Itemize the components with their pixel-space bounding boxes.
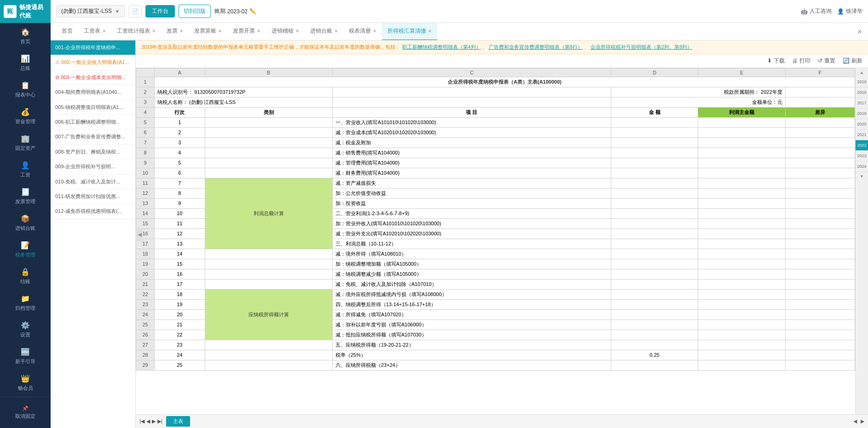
amt-12 xyxy=(611,188,698,198)
tab-salary-stats[interactable]: 工资统计报表 ✕ xyxy=(111,23,161,40)
sidebar-item-close[interactable]: 🔒 结账 xyxy=(0,263,51,290)
timeline-2020[interactable]: 2020 xyxy=(856,119,868,130)
warning-link-1[interactable]: 职工薪酬纳税调整明细表（第4列） xyxy=(402,44,481,50)
timeline-2017[interactable]: 2017 xyxy=(856,98,868,108)
timeline-2016[interactable]: 2016 xyxy=(856,87,868,98)
warning-link-3[interactable]: 企业所得税税补亏损明细表（第2列、第8列） xyxy=(590,44,692,50)
tab-purchase-check-close[interactable]: ✕ xyxy=(295,29,299,34)
currency-cell: 金额单位：元 xyxy=(611,97,785,107)
sidebar-item-salary[interactable]: 👤 工资 xyxy=(0,156,51,183)
timeline-scroll-up[interactable]: ▲ xyxy=(858,68,866,77)
ai-consult-button[interactable]: 🤖 人工咨询 xyxy=(801,7,832,15)
row-num-9: 9 xyxy=(136,158,155,168)
nav-next-icon[interactable]: ▶ xyxy=(152,418,156,424)
sidebar-item-member[interactable]: 👑 畅会员 xyxy=(0,370,51,396)
app-logo: 账 畅捷通易代账 xyxy=(0,0,51,23)
sidebar-item-assets[interactable]: 💰 资金管理 xyxy=(0,103,51,130)
tab-tax-clear[interactable]: 税表清册 ✕ xyxy=(343,23,382,40)
app-name: 畅捷通易代账 xyxy=(19,3,47,20)
col-header-c: C xyxy=(332,68,611,77)
sidebar-item-newguide[interactable]: 🆕 新手引导 xyxy=(0,343,51,370)
diff-14 xyxy=(785,208,855,218)
empty-cell-2c xyxy=(332,87,611,97)
company-icon-button[interactable]: 📄 xyxy=(129,5,142,18)
list-item-010[interactable]: 010-免税、减计收入及加计... xyxy=(51,175,135,189)
timeline-2021[interactable]: 2021 xyxy=(856,130,868,140)
timeline-2018[interactable]: 2018 xyxy=(856,108,868,119)
tab-invoice[interactable]: 发票 ✕ xyxy=(161,23,189,40)
tab-invoice-close[interactable]: ✕ xyxy=(179,29,183,34)
nav-last-icon[interactable]: ▶| xyxy=(157,418,162,424)
warning-link-2[interactable]: 广告费和业务宣传费调整明细表（第8行） xyxy=(489,44,583,50)
sidebar-label-archive: 归档管理 xyxy=(15,305,35,312)
sidebar-item-tax[interactable]: 📝 税务管理 xyxy=(0,236,51,263)
sidebar-item-ledger[interactable]: 📊 总账 xyxy=(0,50,51,76)
sidebar-item-invoice[interactable]: 🧾 发票管理 xyxy=(0,183,51,210)
list-item-006[interactable]: 006-职工薪酬纳税调整明细... xyxy=(51,115,135,130)
download-button[interactable]: ⬇ 下载 xyxy=(767,57,785,65)
old-version-button[interactable]: 切到旧版 xyxy=(179,5,211,18)
print-button[interactable]: 🖨 打印 xyxy=(792,57,810,65)
seq-29: 25 xyxy=(155,360,205,370)
period-edit-icon[interactable]: ✏️ xyxy=(249,8,256,15)
tabbar-close-all[interactable]: ✕ xyxy=(857,28,862,35)
table-row: 6 2 减：营业成本(填写A102010\102020\103000) xyxy=(136,127,855,137)
amt-5 xyxy=(611,117,698,127)
list-item-003[interactable]: ⊘ 003-一般企业成本支出明细... xyxy=(51,70,135,85)
cancel-pin-button[interactable]: 📌 取消固定 xyxy=(2,402,49,423)
list-item-002[interactable]: ⚠ 002-一般企业收入明细表(A1... xyxy=(51,55,135,70)
workbench-button[interactable]: 工作台 xyxy=(145,5,175,17)
panel-collapse-button[interactable]: ◀ xyxy=(136,228,143,241)
reset-button[interactable]: ↺ 重置 xyxy=(818,57,835,65)
sidebar-item-reports[interactable]: 📋 报表中心 xyxy=(0,76,51,103)
timeline-scroll-down[interactable]: ▼ xyxy=(858,172,866,181)
sheet-tab-main[interactable]: 主表 xyxy=(166,416,190,427)
bottom-scroll-left[interactable]: ◀ xyxy=(853,418,857,424)
list-item-012[interactable]: 012-减免所得税优惠明细表(... xyxy=(51,204,135,219)
download-label: 下载 xyxy=(774,57,785,65)
nav-first-icon[interactable]: |◀ xyxy=(139,418,145,424)
list-item-011[interactable]: 011-研发费用加计扣除优惠... xyxy=(51,189,135,204)
tab-invoice-open-label: 发票开票 xyxy=(233,27,255,35)
tab-income-tax[interactable]: 所得税汇算清缴 ✕ xyxy=(382,23,437,40)
sidebar-item-purchase[interactable]: 📦 进销台账 xyxy=(0,210,51,236)
tab-invoice-open[interactable]: 发票开票 ✕ xyxy=(227,23,266,40)
timeline-2024[interactable]: 2024 xyxy=(856,161,868,172)
tab-income-tax-close[interactable]: ✕ xyxy=(428,29,432,34)
taxpayer-id-label: 纳税人识别号： xyxy=(157,89,193,95)
list-item-005[interactable]: 005-纳税调整项目明细表(A1... xyxy=(51,100,135,115)
sidebar-item-fixed[interactable]: 🏢 固定资产 xyxy=(0,130,51,156)
timeline-2019[interactable]: 2019 xyxy=(856,77,868,87)
tab-purchase-check[interactable]: 进销稽核 ✕ xyxy=(266,23,305,40)
user-profile-button[interactable]: 👤 徐泽华 xyxy=(837,7,862,15)
refresh-button[interactable]: 🔄 刷新 xyxy=(843,57,862,65)
tab-invoice-calc[interactable]: 发票算账 ✕ xyxy=(189,23,227,40)
tab-salary-close[interactable]: ✕ xyxy=(102,29,106,34)
nav-prev-icon[interactable]: ◀ xyxy=(146,418,150,424)
section-profit: 利润总额计算 xyxy=(205,178,332,249)
tab-invoice-open-close[interactable]: ✕ xyxy=(257,29,260,34)
sidebar-label-close: 结账 xyxy=(20,278,30,285)
timeline-2022[interactable]: 2022 xyxy=(856,140,868,151)
sidebar-item-archive[interactable]: 📁 归档管理 xyxy=(0,290,51,316)
list-item-001[interactable]: 001-企业所得税年度纳税申... xyxy=(51,40,135,55)
tab-home[interactable]: 首页 xyxy=(56,23,78,40)
tab-purchase-ledger[interactable]: 进销台账 ✕ xyxy=(305,23,343,40)
tab-salary[interactable]: 工资表 ✕ xyxy=(78,23,111,40)
tab-salary-stats-close[interactable]: ✕ xyxy=(152,29,156,34)
list-item-009[interactable]: 009-企业所得税补亏损明... xyxy=(51,160,135,174)
tab-purchase-ledger-close[interactable]: ✕ xyxy=(334,29,338,34)
list-item-004[interactable]: 004-期间费用明细表(A1040... xyxy=(51,85,135,100)
list-item-008[interactable]: 008-资产折旧、摊销及纳税... xyxy=(51,145,135,160)
company-selector[interactable]: (勿删) 江西服宝-LSS ▼ xyxy=(56,5,125,17)
timeline-2023[interactable]: 2023 xyxy=(856,151,868,161)
col-header-e: E xyxy=(698,68,785,77)
tab-invoice-calc-close[interactable]: ✕ xyxy=(218,29,222,34)
list-item-007[interactable]: 007-广告费和业务宣传费调整... xyxy=(51,130,135,144)
bottom-scroll-right[interactable]: ▶ xyxy=(861,418,864,424)
spreadsheet-area[interactable]: A B C D E F 1 xyxy=(136,68,855,415)
diff-15 xyxy=(785,218,855,228)
tab-tax-clear-close[interactable]: ✕ xyxy=(373,29,376,34)
sidebar-item-home[interactable]: 🏠 首页 xyxy=(0,23,51,50)
sidebar-item-settings[interactable]: ⚙️ 设置 xyxy=(0,316,51,343)
